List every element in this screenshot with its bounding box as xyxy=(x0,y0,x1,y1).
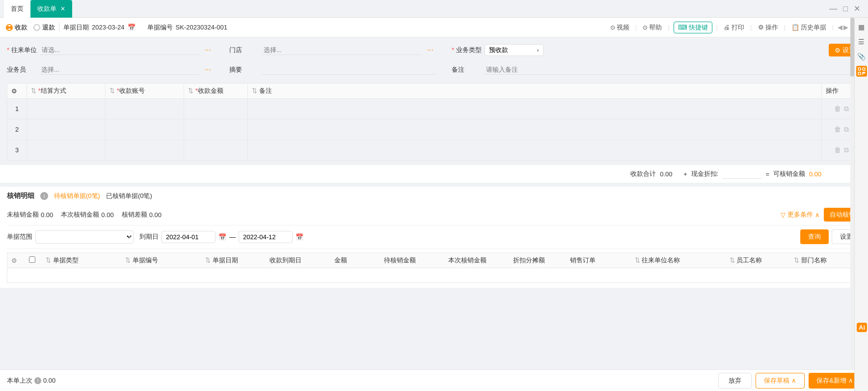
bottom-info-icon[interactable]: i xyxy=(34,377,41,384)
row-3-delete-icon[interactable]: 🗑 xyxy=(834,146,841,154)
nav-next-icon[interactable]: ▶ xyxy=(843,24,848,31)
calendar-from-icon[interactable]: 📅 xyxy=(218,233,226,241)
done-tab[interactable]: 已核销单据(0笔) xyxy=(106,192,152,200)
total-value: 0.00 xyxy=(660,170,679,178)
calendar-to-icon[interactable]: 📅 xyxy=(296,233,303,241)
query-btn[interactable]: 查询 xyxy=(800,229,829,244)
shop-more-icon[interactable]: ··· xyxy=(425,46,435,55)
save-draft-btn[interactable]: 保存草稿 ∧ xyxy=(756,373,805,389)
row-2-delete-icon[interactable]: 🗑 xyxy=(834,125,841,134)
pending-tab[interactable]: 待核销单据(0笔) xyxy=(54,192,100,200)
current-verify-stat: 本次核销金额 0.00 xyxy=(61,210,113,219)
verify-table-empty-row xyxy=(7,268,861,283)
number-label: 单据编号 xyxy=(147,23,173,32)
window-minimize-btn[interactable]: — xyxy=(827,4,839,13)
row-3-settle[interactable] xyxy=(27,140,106,161)
tab-receipt[interactable]: 收款单 ✕ xyxy=(30,0,72,18)
right-panel-table-icon[interactable]: ▦ xyxy=(856,22,867,32)
form-row-2: 业务员 ··· 摘要 备注 xyxy=(7,61,861,79)
vt-select-all-checkbox[interactable] xyxy=(29,256,35,263)
row-2-amount[interactable] xyxy=(184,119,248,140)
operate-btn[interactable]: ⚙ 操作 xyxy=(756,22,780,33)
history-btn[interactable]: 📋 历史单据 xyxy=(789,22,828,33)
counterpart-more-icon[interactable]: ··· xyxy=(203,46,213,55)
row-1-account[interactable] xyxy=(106,99,184,119)
scrollbar[interactable] xyxy=(850,18,854,369)
due-date-label: 到期日 xyxy=(139,232,159,241)
verify-info-icon[interactable]: i xyxy=(40,192,48,200)
window-close-btn[interactable]: ✕ xyxy=(852,4,862,13)
remark-input[interactable] xyxy=(484,65,861,75)
row-2-account[interactable] xyxy=(106,119,184,140)
row-1-copy-icon[interactable]: ⧉ xyxy=(844,105,849,113)
print-label: 打印 xyxy=(732,23,744,32)
discount-input[interactable] xyxy=(722,169,761,179)
vt-discount-header: 折扣分摊额 xyxy=(511,256,568,265)
scrollbar-thumb[interactable] xyxy=(850,18,854,77)
right-panel-scan-icon[interactable] xyxy=(856,66,867,77)
tab-home[interactable]: 首页 xyxy=(4,0,30,18)
help-btn[interactable]: ⊙ 帮助 xyxy=(641,22,664,33)
right-panel-inbox-icon[interactable]: ☰ xyxy=(856,36,867,47)
right-panel-attachment-icon[interactable]: 📎 xyxy=(856,51,867,62)
abandon-btn[interactable]: 放弃 xyxy=(718,373,752,389)
table-row: 3 🗑 ⧉ xyxy=(7,140,861,161)
sort-vt-counterpart[interactable]: ⇅ xyxy=(635,256,640,264)
shop-input[interactable] xyxy=(262,45,422,55)
table-header-gear[interactable]: ⚙ xyxy=(7,84,27,99)
toolbar: 收款 退款 单据日期 2023-03-24 📅 单据编号 SK-20230324… xyxy=(0,18,868,37)
save-new-btn[interactable]: 保存&新增 ∧ xyxy=(809,373,861,389)
radio-receipt[interactable]: 收款 xyxy=(6,23,27,32)
help-icon: ⊙ xyxy=(643,24,648,31)
salesman-input[interactable] xyxy=(39,65,200,75)
save-draft-label: 保存草稿 xyxy=(764,376,789,385)
range-select[interactable] xyxy=(35,230,134,244)
row-1-amount[interactable] xyxy=(184,99,248,119)
tab-bar: 首页 收款单 ✕ — □ ✕ xyxy=(0,0,868,18)
vt-gear-icon[interactable]: ⚙ xyxy=(11,257,29,264)
sort-vt-bill-type[interactable]: ⇅ xyxy=(46,256,51,264)
row-3-account[interactable] xyxy=(106,140,184,161)
row-1-delete-icon[interactable]: 🗑 xyxy=(834,105,841,113)
table-header-settle: ⇅ *结算方式 xyxy=(27,84,106,99)
row-2-remark[interactable] xyxy=(248,119,822,140)
more-conditions-btn[interactable]: ▽ 更多条件 ∧ xyxy=(781,210,820,219)
counterpart-input[interactable] xyxy=(40,45,200,55)
vt-bill-no-header: ⇅ 单据编号 xyxy=(123,256,203,265)
sort-icon-amount[interactable]: ⇅ xyxy=(188,87,193,94)
summary-input[interactable] xyxy=(262,65,435,75)
save-new-chevron: ∧ xyxy=(848,377,853,384)
row-1-remark[interactable] xyxy=(248,99,822,119)
current-label: 本单上次 xyxy=(7,376,32,385)
nav-prev-icon[interactable]: ◀ xyxy=(838,24,842,31)
table-row: 1 🗑 ⧉ xyxy=(7,99,861,119)
video-btn[interactable]: ⊙ 视频 xyxy=(608,22,631,33)
business-type-select[interactable]: 预收款 ▾ xyxy=(485,44,543,56)
sort-icon-account[interactable]: ⇅ xyxy=(109,87,115,94)
window-maximize-btn[interactable]: □ xyxy=(841,4,850,13)
right-panel: ▦ ☰ 📎 Ai xyxy=(854,18,868,391)
sort-vt-dept[interactable]: ⇅ xyxy=(794,256,799,264)
row-1-settle[interactable] xyxy=(27,99,106,119)
sort-vt-bill-date[interactable]: ⇅ xyxy=(205,256,211,264)
salesman-more-icon[interactable]: ··· xyxy=(203,65,213,74)
row-2-copy-icon[interactable]: ⧉ xyxy=(844,125,849,134)
row-3-amount[interactable] xyxy=(184,140,248,161)
calendar-icon[interactable]: 📅 xyxy=(128,24,136,31)
radio-refund[interactable]: 退款 xyxy=(33,23,55,32)
print-btn[interactable]: 🖨 打印 xyxy=(722,22,746,33)
business-type-label: 业务类型 xyxy=(452,46,482,55)
tab-close-icon[interactable]: ✕ xyxy=(60,5,65,12)
row-3-remark[interactable] xyxy=(248,140,822,161)
row-2-settle[interactable] xyxy=(27,119,106,140)
ai-badge[interactable]: Ai xyxy=(857,323,867,332)
due-date-to-input[interactable] xyxy=(239,231,293,243)
sort-icon-settle[interactable]: ⇅ xyxy=(31,87,36,94)
due-date-from-input[interactable] xyxy=(162,231,216,243)
sort-vt-employee[interactable]: ⇅ xyxy=(730,256,735,264)
sort-vt-bill-no[interactable]: ⇅ xyxy=(125,256,131,264)
shortcut-btn[interactable]: ⌨ 快捷键 xyxy=(674,22,712,33)
row-3-copy-icon[interactable]: ⧉ xyxy=(844,146,849,154)
save-new-label: 保存&新增 xyxy=(816,376,846,385)
result-label: 可核销金额 xyxy=(773,169,805,178)
